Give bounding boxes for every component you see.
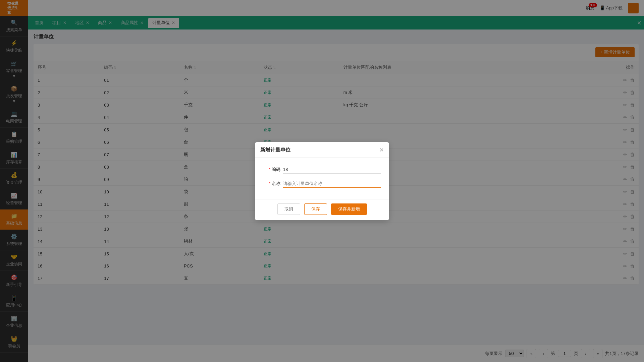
add-unit-modal: 新增计量单位 ✕ 编码 名称 取消 保存 保存并新增 [255, 142, 389, 220]
cancel-button[interactable]: 取消 [277, 203, 300, 215]
name-input[interactable] [283, 180, 381, 188]
modal-overlay[interactable]: 新增计量单位 ✕ 编码 名称 取消 保存 保存并新增 [0, 0, 644, 362]
modal-title: 新增计量单位 [260, 147, 290, 153]
code-input[interactable] [283, 166, 381, 174]
modal-close-button[interactable]: ✕ [379, 147, 384, 153]
modal-header: 新增计量单位 ✕ [255, 142, 389, 158]
modal-footer: 取消 保存 保存并新增 [255, 199, 389, 220]
name-label: 名称 [263, 181, 283, 187]
save-button[interactable]: 保存 [304, 203, 327, 215]
code-field-row: 编码 [263, 166, 381, 174]
save-and-add-button[interactable]: 保存并新增 [331, 203, 367, 215]
modal-body: 编码 名称 [255, 158, 389, 199]
name-field-row: 名称 [263, 180, 381, 188]
code-label: 编码 [263, 167, 283, 173]
